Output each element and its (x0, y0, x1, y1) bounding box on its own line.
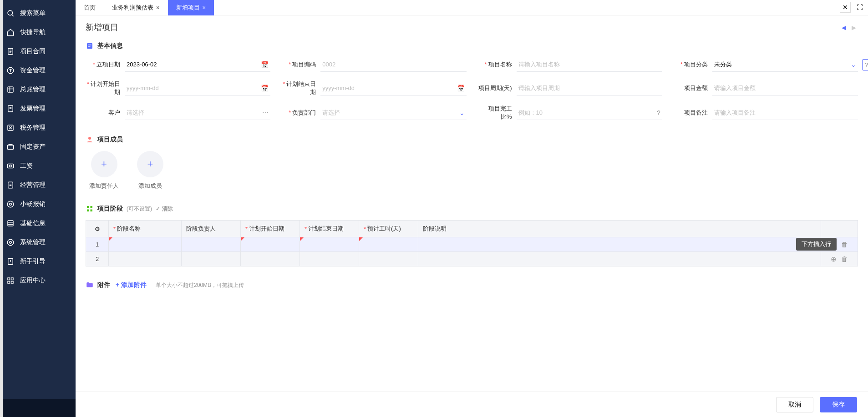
sidebar-item-label: 总账管理 (20, 85, 46, 94)
chevron-down-icon[interactable]: ⌄ (851, 61, 856, 68)
sidebar-item-fund[interactable]: 资金管理 (0, 61, 76, 80)
contract-icon (6, 47, 15, 55)
sidebar-item-salary[interactable]: 工资 (0, 156, 76, 176)
prev-record-icon[interactable]: ◀ (840, 24, 848, 31)
fund-icon (6, 66, 15, 75)
sidebar-item-system[interactable]: 系统管理 (0, 233, 76, 252)
tab-close-icon[interactable]: × (203, 4, 206, 11)
delete-row-icon[interactable]: 🗑 (841, 255, 848, 263)
plus-icon: + (91, 151, 117, 177)
plus-icon: + (137, 151, 163, 177)
calendar-icon[interactable]: 📅 (261, 85, 269, 92)
tab-2[interactable]: 新增项目× (168, 0, 214, 15)
section-members: 项目成员 + 添加责任人 + 添加成员 (86, 131, 858, 190)
svg-rect-22 (88, 46, 90, 47)
create-date-input[interactable] (125, 57, 270, 72)
cell-est-hours[interactable] (359, 237, 418, 251)
remark-input[interactable] (712, 106, 858, 120)
sidebar-item-tax[interactable]: 税务管理 (0, 118, 76, 137)
sidebar-item-label: 资金管理 (20, 66, 46, 75)
col-stage-owner: 阶段负责人 (182, 221, 241, 237)
sidebar-item-biz[interactable]: 经营管理 (0, 176, 76, 195)
svg-rect-18 (11, 281, 14, 284)
plan-end-input[interactable] (320, 81, 466, 95)
svg-rect-27 (91, 210, 93, 212)
tab-close-icon[interactable]: × (156, 4, 160, 11)
name-input[interactable] (517, 57, 662, 72)
sidebar-item-expense[interactable]: 小畅报销 (0, 195, 76, 214)
cell-stage-owner[interactable] (182, 252, 241, 266)
col-stage-name: 阶段名称 (109, 221, 182, 237)
form-icon (86, 42, 94, 50)
more-icon[interactable]: ⋯ (262, 109, 269, 116)
cell-desc[interactable] (418, 237, 821, 251)
sidebar-item-invoice[interactable]: 发票管理 (0, 99, 76, 118)
sidebar-item-home[interactable]: 快捷导航 (0, 23, 76, 42)
label-period: 项目周期(天) (477, 84, 517, 92)
clear-stages-button[interactable]: ✓ 清除 (156, 205, 173, 213)
period-input[interactable] (517, 81, 662, 95)
cell-plan-start[interactable] (241, 252, 300, 266)
add-owner-button[interactable]: + 添加责任人 (89, 151, 119, 190)
tab-bar: 首页业务利润预估表×新增项目× ✕ ⛶ (76, 0, 868, 15)
svg-rect-11 (8, 221, 13, 226)
stage-row[interactable]: 2 ⊕ 🗑 (86, 251, 858, 266)
stage-row[interactable]: 1 ⊕ 🗑 (86, 237, 858, 251)
fullscreen-icon[interactable]: ⛶ (854, 2, 865, 13)
tab-0[interactable]: 首页 (76, 0, 104, 15)
tax-icon (6, 124, 15, 132)
cell-stage-name[interactable] (109, 237, 182, 251)
cell-stage-owner[interactable] (182, 237, 241, 251)
plan-start-input[interactable] (125, 81, 270, 95)
label-plan-end: 计划结束日期 (281, 80, 320, 96)
cell-plan-end[interactable] (300, 237, 359, 251)
section-title-members: 项目成员 (97, 136, 123, 144)
customer-select[interactable] (125, 106, 270, 120)
sidebar-item-apps[interactable]: 应用中心 (0, 271, 76, 290)
cell-stage-name[interactable] (109, 252, 182, 266)
pct-input[interactable] (517, 106, 662, 120)
next-record-icon[interactable]: ▶ (850, 24, 858, 31)
sidebar-item-contract[interactable]: 项目合同 (0, 42, 76, 61)
dept-select[interactable] (320, 106, 466, 120)
sidebar-item-label: 快捷导航 (20, 28, 46, 36)
svg-rect-24 (87, 206, 89, 208)
insert-row-icon[interactable]: ⊕ (831, 255, 837, 263)
calendar-icon[interactable]: 📅 (457, 85, 465, 92)
cell-desc[interactable] (418, 252, 821, 266)
tab-1[interactable]: 业务利润预估表× (104, 0, 168, 15)
sidebar-item-label: 发票管理 (20, 105, 46, 113)
asset-icon (6, 143, 15, 151)
sidebar-item-base[interactable]: 基础信息 (0, 214, 76, 233)
sidebar-item-asset[interactable]: 固定资产 (0, 137, 76, 156)
help-icon[interactable]: ? (657, 109, 660, 116)
cell-plan-start[interactable] (241, 237, 300, 251)
svg-point-13 (7, 239, 14, 246)
label-customer: 客户 (86, 109, 125, 117)
col-desc: 阶段说明 (418, 221, 821, 237)
svg-point-0 (8, 10, 13, 15)
calendar-icon[interactable]: 📅 (261, 61, 269, 68)
delete-row-icon[interactable]: 🗑 (841, 241, 848, 248)
cancel-button[interactable]: 取消 (776, 397, 813, 412)
save-button[interactable]: 保存 (820, 397, 857, 412)
add-member-button[interactable]: + 添加成员 (137, 151, 163, 190)
sidebar-footer (0, 399, 76, 417)
sidebar-item-label: 应用中心 (20, 276, 46, 285)
code-input[interactable] (320, 57, 466, 72)
settings-button[interactable]: ⚙ 设置 (862, 59, 868, 70)
add-attachment-button[interactable]: + 添加附件 (116, 281, 147, 289)
sidebar-item-search[interactable]: 搜索菜单 (0, 4, 76, 23)
col-plan-end: 计划结束日期 (300, 221, 359, 237)
gear-header-icon[interactable]: ⚙ (86, 221, 109, 237)
cell-est-hours[interactable] (359, 252, 418, 266)
insert-row-tooltip: 下方插入行 (796, 238, 837, 251)
sidebar-item-guide[interactable]: 新手引导 (0, 252, 76, 271)
chevron-down-icon[interactable]: ⌄ (459, 109, 465, 116)
cell-plan-end[interactable] (300, 252, 359, 266)
category-select[interactable] (712, 57, 858, 72)
sidebar-item-label: 工资 (20, 162, 33, 170)
sidebar-item-ledger[interactable]: 总账管理 (0, 80, 76, 99)
close-window-icon[interactable]: ✕ (840, 2, 851, 13)
amount-input[interactable] (712, 81, 858, 95)
